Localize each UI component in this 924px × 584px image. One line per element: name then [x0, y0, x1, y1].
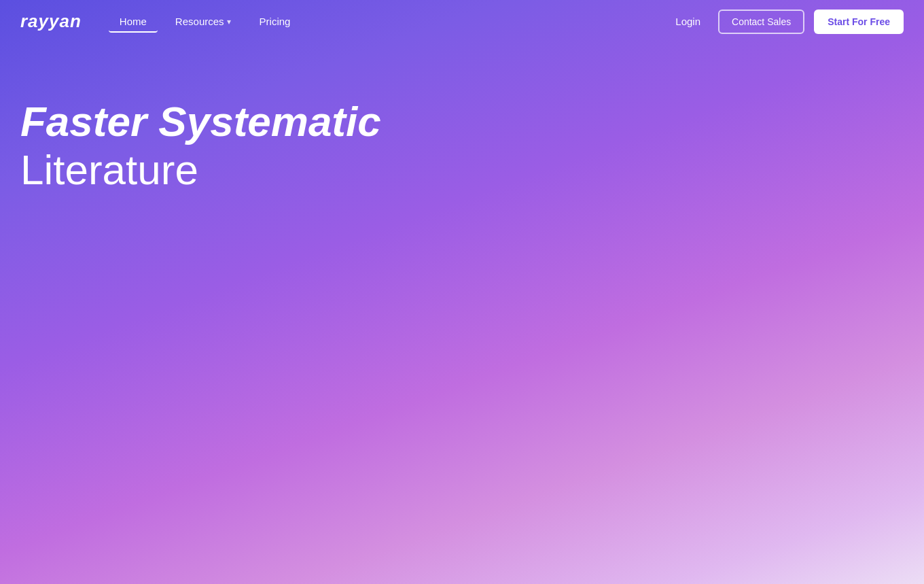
- hero-title: Faster Systematic Literature: [20, 97, 496, 194]
- logo[interactable]: rayyan: [20, 11, 82, 32]
- navbar-right: Login Contact Sales Start For Free: [667, 10, 904, 34]
- login-button[interactable]: Login: [667, 10, 709, 33]
- hero-title-part2: Literature: [20, 146, 198, 193]
- hero-title-part1: Faster Systematic: [20, 98, 381, 145]
- contact-sales-button[interactable]: Contact Sales: [718, 10, 804, 34]
- nav-links: Home Resources ▾ Pricing: [109, 10, 302, 33]
- navbar-left: rayyan Home Resources ▾ Pricing: [20, 10, 301, 33]
- navbar: rayyan Home Resources ▾ Pricing Login: [0, 0, 924, 43]
- hero-section: Faster Systematic Literature: [0, 43, 924, 194]
- nav-pricing[interactable]: Pricing: [249, 10, 302, 33]
- nav-home[interactable]: Home: [109, 10, 158, 33]
- nav-resources[interactable]: Resources ▾: [164, 10, 242, 33]
- page-wrapper: rayyan Home Resources ▾ Pricing Login: [0, 0, 924, 584]
- start-for-free-button[interactable]: Start For Free: [814, 10, 904, 34]
- resources-chevron-icon: ▾: [227, 17, 231, 27]
- logo-text: rayyan: [20, 11, 82, 32]
